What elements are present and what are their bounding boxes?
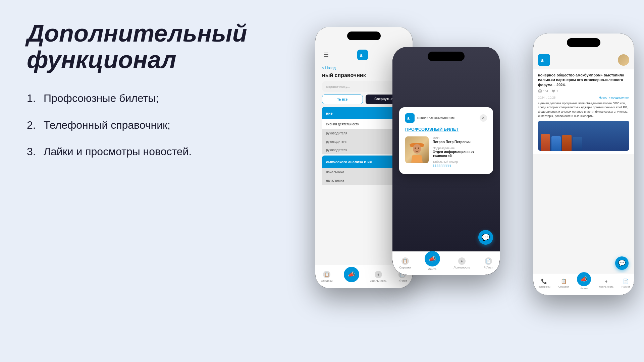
lenta-icon: 📣: [425, 251, 440, 266]
lenta-icon: 📣: [577, 272, 591, 286]
spravki-icon: 📋: [323, 271, 330, 278]
phone-header: а: [533, 52, 634, 68]
phone-icon: 📞: [540, 278, 547, 285]
rlist-icon: 📄: [623, 278, 629, 285]
union-logo: а СОЛИКАМСКБУМПРОМ: [405, 113, 455, 123]
app-logo: а: [357, 50, 368, 60]
loyalty-icon: ♦: [603, 278, 609, 285]
news-date: 2024 г. 10:25: [538, 96, 555, 99]
news-meta: 154 1: [538, 89, 629, 93]
nav-item-lenta[interactable]: 📣: [344, 272, 359, 282]
lenta-icon: 📣: [344, 267, 359, 282]
news-image: [538, 121, 629, 151]
phone-screen: а нонерное общество амскбумпром» выступи…: [533, 34, 634, 295]
union-card-title: ПРОФСОЮЗНЫЙ БИЛЕТ: [405, 127, 487, 132]
employee-tab: 111111111: [433, 164, 487, 168]
company-name: СОЛИКАМСКБУМПРОМ: [417, 116, 455, 120]
list-item: 1. Профсоюзные билеты;: [27, 90, 221, 107]
svg-text:а: а: [360, 53, 363, 58]
news-body: щенная деловая программа ятия объединила…: [538, 101, 629, 118]
phones-container: ☰ а < Назад ный справочник справочнику..…: [315, 7, 634, 355]
svg-text:а: а: [541, 58, 544, 63]
features-list: 1. Профсоюзные билеты; 2. Телефонный спр…: [27, 90, 221, 160]
left-section: Дополнительный функционал 1. Профсоюзные…: [27, 20, 221, 170]
news-article: нонерное общество амскбумпром» выступило…: [533, 69, 634, 154]
nav-item-spravki[interactable]: 📋 Справки: [321, 271, 332, 283]
chat-float-button[interactable]: 💬: [478, 230, 493, 245]
nav-lenta[interactable]: 📣 Лента: [577, 276, 591, 290]
views-count: 154: [538, 89, 548, 93]
phone-union-card: а СОЛИКАМСКБУМПРОМ ✕ ПРОФСОЮЗНЫЙ БИЛЕТ: [392, 47, 500, 275]
nav-loyalty[interactable]: ♦ Лояльность: [599, 278, 614, 288]
phone-notch: [428, 52, 465, 61]
bottom-nav: 📋 Справки 📣 Лента ♦ Лояльность 📄 Р/Лист: [392, 251, 500, 275]
list-item: 3. Лайки и просмотры новостей.: [27, 143, 221, 160]
spravki-icon: 📋: [560, 278, 567, 285]
loyalty-icon: ♦: [375, 271, 382, 278]
right-content: а нонерное общество амскбумпром» выступи…: [533, 52, 634, 156]
nav-item-loyalty[interactable]: ♦ Лояльность: [453, 257, 470, 269]
employee-name: Петров Петр Петрович: [433, 140, 487, 144]
chat-float-button[interactable]: 💬: [615, 256, 629, 270]
news-title: нонерное общество амскбумпром» выступило…: [538, 73, 629, 87]
phone-notch: [347, 32, 381, 40]
nav-spravki[interactable]: 📋 Справки: [558, 278, 569, 288]
likes-count: 1: [551, 89, 558, 93]
rlist-icon: 📄: [485, 257, 492, 265]
employee-photo: [405, 136, 429, 163]
svg-point-6: [418, 147, 419, 149]
union-card-popup: а СОЛИКАМСКБУМПРОМ ✕ ПРОФСОЮЗНЫЙ БИЛЕТ: [399, 107, 493, 174]
union-card-header: а СОЛИКАМСКБУМПРОМ ✕: [405, 113, 487, 123]
close-button[interactable]: ✕: [480, 114, 487, 122]
nav-rlist[interactable]: 📄 Р/Лист: [622, 278, 630, 288]
bottom-nav: 📞 Телефоны 📋 Справки 📣 Лента ♦ Лояльност…: [533, 273, 634, 295]
expand-all-button[interactable]: ть все: [322, 95, 363, 104]
phone-screen: а СОЛИКАМСКБУМПРОМ ✕ ПРОФСОЮЗНЫЙ БИЛЕТ: [392, 47, 500, 275]
union-card-body: ФИО Петров Петр Петрович Подразделение О…: [405, 136, 487, 168]
nav-item-lenta[interactable]: 📣 Лента: [425, 256, 440, 271]
nav-telephones[interactable]: 📞 Телефоны: [537, 278, 550, 288]
loyalty-icon: ♦: [458, 257, 466, 265]
menu-icon[interactable]: ☰: [322, 50, 330, 60]
svg-point-4: [413, 144, 421, 154]
list-item: 2. Телефонный справочник;: [27, 117, 221, 134]
news-category: Новости предприятия: [599, 96, 629, 99]
spravki-icon: 📋: [401, 257, 409, 265]
svg-point-5: [415, 147, 416, 149]
app-logo: а: [538, 54, 550, 66]
svg-point-9: [539, 90, 541, 92]
nav-item-rlist[interactable]: 📄 Р/Лист: [484, 257, 493, 269]
employee-division: Отдел информационных технологий: [433, 150, 487, 158]
svg-text:а: а: [407, 116, 410, 121]
nav-item-spravki[interactable]: 📋 Справки: [399, 257, 411, 269]
phone-news: а нонерное общество амскбумпром» выступи…: [533, 34, 634, 295]
phone-notch: [567, 38, 600, 47]
company-logo-icon: а: [405, 113, 415, 123]
main-title: Дополнительный функционал: [27, 20, 221, 73]
employee-info: ФИО Петров Петр Петрович Подразделение О…: [433, 136, 487, 168]
nav-item-loyalty[interactable]: ♦ Лояльность: [370, 271, 386, 283]
user-avatar[interactable]: [618, 54, 629, 66]
